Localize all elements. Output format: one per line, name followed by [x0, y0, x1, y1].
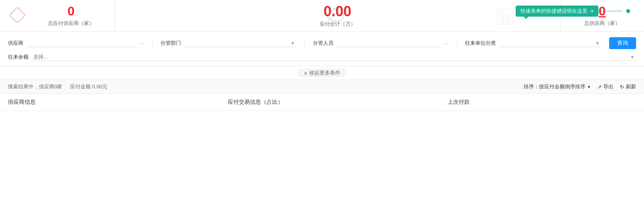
supplier-filter-group: 供应商 ···	[8, 39, 144, 47]
supplier-filter-label: 供应商	[8, 40, 23, 47]
department-input[interactable]	[184, 39, 297, 47]
data-table: 供应商信息 应付交易信息（占比） 上次付款	[0, 94, 644, 204]
divider-1	[152, 37, 152, 49]
person-filter-group: 分管人员 ···	[313, 39, 449, 47]
export-label: 导出	[603, 83, 614, 90]
payable-suppliers-label: 总应付供应商（家）	[48, 20, 94, 27]
svg-rect-0	[10, 7, 25, 23]
result-actions: 排序：按应付会额倒序排序 ▼ ↗ 导出 ↻ 刷新	[524, 83, 636, 90]
building-icon	[493, 5, 517, 27]
query-button[interactable]: 查询	[609, 37, 636, 49]
total-suppliers-number: 0	[599, 4, 606, 18]
payable-suppliers-number: 0	[68, 4, 75, 18]
divider-3	[457, 37, 457, 49]
svg-point-2	[333, 13, 334, 14]
supplier-input-wrapper[interactable]	[27, 39, 136, 47]
sort-label: 排序：按应付会额倒序排序	[524, 83, 585, 90]
unit-category-input[interactable]	[499, 39, 601, 47]
person-input[interactable]	[337, 39, 441, 47]
table-body	[0, 111, 644, 204]
unit-category-filter-group: 往来单位分类 ▼	[465, 39, 601, 47]
tooltip-dot	[626, 9, 630, 13]
filter-row-2: 往来余额 ▼	[8, 53, 636, 61]
export-button[interactable]: ↗ 导出	[597, 83, 614, 90]
table-header: 供应商信息 应付交易信息（占比） 上次付款	[0, 94, 644, 111]
tooltip-text: 快速录单的快捷键说明在这里	[520, 8, 587, 15]
unit-category-wrapper[interactable]: ▼	[499, 39, 601, 47]
collapse-bar: ∧ 收起更多条件	[0, 66, 644, 80]
department-select-wrapper[interactable]: ▼	[184, 39, 297, 47]
filter-area: 供应商 ··· 分管部门 ▼ 分管人员 ··· 往来单	[0, 32, 644, 66]
svg-rect-6	[507, 13, 510, 16]
tooltip-line	[598, 11, 622, 11]
collapse-label: 收起更多条件	[309, 69, 340, 76]
search-summary: 搜索结果中，供应商0家	[8, 83, 62, 90]
refresh-label: 刷新	[626, 83, 636, 90]
total-suppliers-label: 总供应商（家）	[584, 20, 620, 27]
divider-2	[305, 37, 305, 49]
svg-rect-7	[501, 18, 504, 21]
person-input-wrapper[interactable]	[337, 39, 441, 47]
collapse-up-icon: ∧	[304, 70, 308, 76]
supplier-input[interactable]	[27, 39, 136, 47]
person-more-btn[interactable]: ···	[444, 40, 449, 46]
person-filter-label: 分管人员	[313, 40, 333, 47]
department-filter-label: 分管部门	[160, 40, 181, 47]
sort-dropdown[interactable]: 排序：按应付会额倒序排序 ▼	[524, 83, 591, 90]
amount-summary: 应付金额 0.00元	[70, 83, 107, 90]
refresh-button[interactable]: ↻ 刷新	[620, 83, 636, 90]
stats-bar: 0 总应付供应商（家） 0.00 应付合计（万） 快速录单的快捷键说明在这里 ×	[0, 0, 644, 32]
department-filter-group: 分管部门 ▼	[160, 39, 297, 47]
tooltip-close-btn[interactable]: ×	[591, 8, 594, 14]
balance-input[interactable]	[32, 53, 636, 61]
filter-row-1: 供应商 ··· 分管部门 ▼ 分管人员 ··· 往来单	[8, 37, 636, 49]
balance-filter-label: 往来余额	[8, 53, 29, 61]
refresh-icon: ↻	[620, 84, 624, 90]
shortcut-tooltip: 快速录单的快捷键说明在这里 ×	[516, 6, 598, 17]
diamond-icon	[9, 6, 26, 24]
col-supplier-header: 供应商信息	[8, 99, 228, 106]
stat-payable-suppliers: 0 总应付供应商（家）	[36, 0, 115, 31]
collapse-button[interactable]: ∧ 收起更多条件	[297, 69, 347, 77]
supplier-more-btn[interactable]: ···	[139, 40, 144, 46]
result-summary: 搜索结果中，供应商0家 应付金额 0.00元	[8, 83, 107, 90]
unit-category-label: 往来单位分类	[465, 40, 496, 47]
col-transaction-header: 应付交易信息（占比）	[228, 99, 448, 106]
piggy-icon	[326, 3, 349, 29]
export-icon: ↗	[597, 84, 602, 90]
balance-select-wrapper[interactable]: ▼	[32, 53, 636, 61]
svg-rect-4	[497, 9, 513, 24]
col-lastpay-header: 上次付款	[448, 99, 636, 106]
result-bar: 搜索结果中，供应商0家 应付金额 0.00元 排序：按应付会额倒序排序 ▼ ↗ …	[0, 80, 644, 94]
svg-point-3	[339, 13, 342, 15]
svg-rect-8	[507, 18, 510, 21]
sort-arrow-icon: ▼	[587, 85, 591, 89]
svg-rect-5	[501, 13, 504, 16]
